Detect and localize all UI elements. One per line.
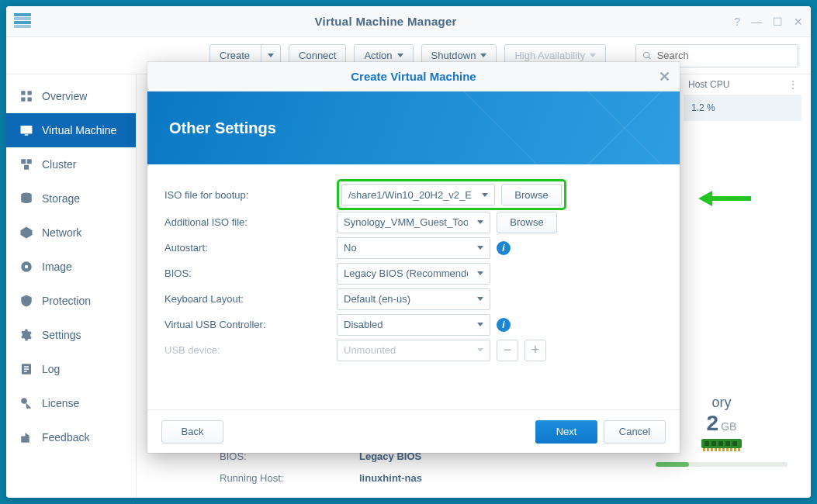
shield-icon: [19, 293, 34, 309]
svg-rect-4: [21, 98, 25, 102]
keyboard-layout-value: Default (en-us): [344, 293, 410, 305]
svg-rect-32: [718, 448, 721, 451]
sidebar-item-storage[interactable]: Storage: [6, 181, 136, 216]
svg-rect-23: [704, 441, 709, 446]
usb-controller-select[interactable]: Disabled: [337, 314, 490, 336]
network-icon: [19, 225, 34, 240]
app-window: Virtual Machine Manager ? — ☐ ✕ Create C…: [6, 6, 811, 498]
sidebar: Overview Virtual Machine Cluster Storage…: [6, 74, 137, 498]
sidebar-item-overview[interactable]: Overview: [6, 79, 136, 113]
chevron-down-icon: [482, 193, 488, 197]
svg-rect-9: [27, 159, 32, 164]
connect-label: Connect: [299, 50, 336, 61]
sidebar-label: Cluster: [42, 158, 76, 171]
cancel-button[interactable]: Cancel: [604, 420, 666, 444]
modal-close-icon[interactable]: ✕: [659, 70, 670, 84]
shutdown-label: Shutdown: [431, 50, 476, 61]
svg-rect-2: [21, 91, 25, 95]
create-label: Create: [220, 50, 250, 61]
usb-controller-label: Virtual USB Controller:: [164, 319, 337, 330]
bios-label: BIOS:: [164, 268, 337, 279]
sidebar-label: Storage: [42, 192, 80, 205]
sidebar-label: Image: [42, 261, 72, 273]
svg-rect-36: [734, 448, 736, 451]
svg-rect-33: [722, 448, 725, 451]
sidebar-item-log[interactable]: Log: [6, 352, 136, 386]
image-icon: [19, 259, 34, 274]
next-button[interactable]: Next: [535, 420, 597, 444]
remove-usb-button[interactable]: −: [497, 340, 518, 361]
chevron-down-icon: [590, 54, 596, 57]
additional-iso-browse-button[interactable]: Browse: [497, 212, 557, 233]
close-icon[interactable]: ✕: [794, 16, 803, 28]
bg-host-label: Running Host:: [220, 472, 344, 484]
modal-body: ISO file for bootup: /share1/Win10_20H2_…: [147, 164, 680, 363]
info-icon[interactable]: i: [497, 318, 511, 332]
modal-footer: Back Next Cancel: [147, 409, 680, 453]
bios-value: Legacy BIOS (Recommende: [344, 268, 468, 279]
sidebar-label: Settings: [42, 329, 81, 341]
svg-rect-25: [718, 441, 723, 446]
maximize-icon[interactable]: ☐: [773, 16, 783, 28]
chevron-down-icon: [477, 220, 483, 224]
host-cpu-label: Host CPU: [688, 79, 729, 90]
svg-marker-38: [698, 191, 712, 206]
sidebar-item-vm[interactable]: Virtual Machine: [6, 113, 136, 147]
back-button[interactable]: Back: [161, 420, 223, 444]
title-bar: Virtual Machine Manager ? — ☐ ✕: [6, 6, 811, 37]
autostart-label: Autostart:: [164, 242, 337, 254]
memory-bar: [656, 462, 788, 467]
bios-select[interactable]: Legacy BIOS (Recommende: [337, 263, 490, 285]
iso-bootup-select[interactable]: /share1/Win10_20H2_v2_E: [341, 184, 495, 205]
svg-rect-8: [21, 159, 26, 164]
chevron-down-icon: [477, 348, 483, 352]
additional-iso-select[interactable]: Synology_VMM_Guest_Tool: [337, 212, 490, 233]
window-controls: ? — ☐ ✕: [734, 16, 803, 28]
svg-rect-31: [715, 448, 717, 451]
minimize-icon[interactable]: —: [751, 16, 762, 28]
sidebar-item-image[interactable]: Image: [6, 250, 136, 284]
svg-marker-12: [21, 227, 33, 239]
sidebar-item-cluster[interactable]: Cluster: [6, 147, 136, 181]
key-icon: [19, 395, 34, 411]
chevron-down-icon: [477, 323, 483, 326]
share-icon: [19, 430, 34, 445]
memory-label: ory: [711, 395, 731, 410]
add-usb-button[interactable]: +: [524, 340, 546, 361]
iso-bootup-value: /share1/Win10_20H2_v2_E: [348, 189, 472, 201]
keyboard-layout-select[interactable]: Default (en-us): [337, 288, 490, 310]
right-panel: Host CPU ⋮ 1.2 %: [684, 74, 801, 121]
sidebar-item-feedback[interactable]: Feedback: [6, 420, 136, 454]
autostart-select[interactable]: No: [337, 237, 490, 259]
sidebar-item-settings[interactable]: Settings: [6, 318, 136, 352]
memory-value: 2: [707, 411, 719, 435]
chevron-down-icon: [477, 297, 483, 301]
more-icon[interactable]: ⋮: [788, 79, 797, 90]
log-icon: [19, 361, 34, 377]
monitor-icon: [19, 123, 34, 138]
svg-rect-29: [707, 448, 709, 451]
svg-rect-28: [703, 448, 705, 451]
search-input[interactable]: [657, 50, 791, 61]
sidebar-item-protection[interactable]: Protection: [6, 284, 136, 318]
svg-line-1: [649, 57, 651, 59]
sidebar-item-license[interactable]: License: [6, 386, 136, 420]
chevron-down-icon: [477, 246, 483, 250]
iso-bootup-browse-button[interactable]: Browse: [501, 184, 562, 205]
sidebar-label: Feedback: [42, 431, 89, 444]
modal-header: Create Virtual Machine ✕: [147, 62, 680, 91]
svg-rect-35: [730, 448, 732, 451]
help-icon[interactable]: ?: [734, 16, 740, 28]
svg-rect-27: [732, 441, 737, 446]
memory-unit: GB: [721, 420, 736, 433]
chevron-down-icon: [477, 271, 483, 275]
autostart-value: No: [344, 242, 357, 254]
arrow-annotation: [698, 188, 753, 209]
additional-iso-value: Synology_VMM_Guest_Tool: [344, 216, 468, 228]
chevron-down-icon: [397, 54, 403, 57]
sidebar-item-network[interactable]: Network: [6, 216, 136, 250]
modal-banner: Other Settings: [147, 91, 680, 164]
info-icon[interactable]: i: [497, 241, 511, 255]
svg-rect-26: [725, 441, 730, 446]
svg-point-0: [644, 52, 649, 57]
